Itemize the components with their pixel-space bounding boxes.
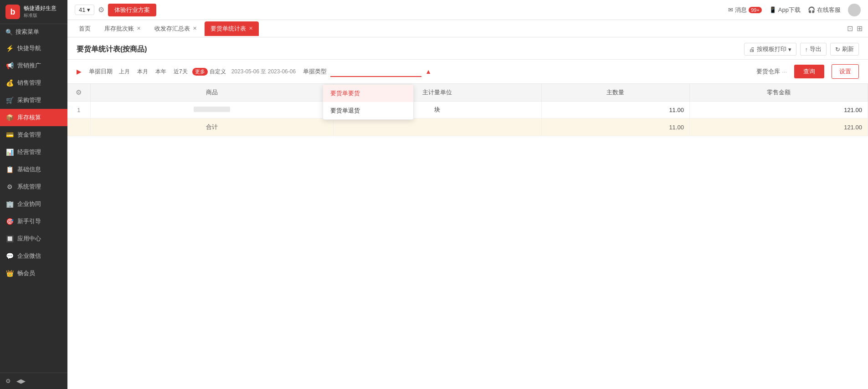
table-area: ⚙ 商品 主计量单位 主数量 零售金额 1 块	[67, 84, 868, 389]
sidebar-item-enterprise[interactable]: 🏢 企业协同	[0, 195, 67, 213]
settings-bottom-icon[interactable]: ⚙	[5, 378, 11, 384]
inventory-icon: 📦	[5, 113, 14, 122]
topbar-left: 41 ▾ ⚙ 体验行业方案	[75, 4, 156, 16]
print-chevron-icon: ▾	[788, 46, 791, 53]
messages-btn[interactable]: ✉ 消息 99+	[728, 6, 762, 14]
dropdown-item-1[interactable]: 要货单退货	[323, 102, 413, 119]
shortcut-icon: ⚡	[5, 44, 14, 52]
topbar-settings-icon[interactable]: ⚙	[98, 5, 104, 14]
sidebar-item-finance[interactable]: 💳 资金管理	[0, 126, 67, 143]
headset-icon: 🎧	[808, 6, 815, 13]
date-btn-custom[interactable]: 自定义	[210, 68, 226, 76]
marketing-icon: 📢	[5, 61, 14, 70]
appstore-icon: 🔲	[5, 235, 14, 243]
date-filter-label: 单据日期	[89, 67, 113, 76]
sidebar-item-shortcut[interactable]: ⚡ 快捷导航	[0, 40, 67, 57]
system-icon: ⚙	[5, 183, 14, 191]
collapse-btn[interactable]: ◀▶	[16, 378, 26, 384]
operations-icon: 📊	[5, 148, 14, 156]
sidebar-item-inventory[interactable]: 📦 库存核算	[0, 109, 67, 126]
table-row: 1 块 11.00 121.00	[67, 102, 868, 118]
table-settings-icon[interactable]: ⚙	[76, 88, 82, 96]
sidebar: b 畅捷通好生意 标准版 🔍 搜索菜单 ⚡ 快捷导航 📢 营销推广 💰 销售管理…	[0, 0, 67, 389]
trial-btn[interactable]: 体验行业方案	[108, 4, 156, 16]
close-tab-inventory-batch[interactable]: ✕	[137, 26, 141, 31]
online-service-btn[interactable]: 🎧 在线客服	[808, 6, 841, 14]
sidebar-item-sales[interactable]: 💰 销售管理	[0, 74, 67, 92]
sales-icon: 💰	[5, 79, 14, 87]
warehouse-filter-group: 要货仓库 ···	[756, 67, 787, 76]
page-actions: 🖨 按模板打印 ▾ ↑ 导出 ↻ 刷新	[744, 43, 859, 56]
page-content: 要货单统计表(按商品) 🖨 按模板打印 ▾ ↑ 导出 ↻ 刷新 ▶	[67, 37, 868, 389]
finance-icon: 💳	[5, 131, 14, 139]
search-icon: 🔍	[5, 29, 13, 36]
app-download-btn[interactable]: 📱 App下载	[769, 6, 801, 14]
sidebar-logo: b 畅捷通好生意 标准版	[0, 0, 67, 24]
page-header: 要货单统计表(按商品) 🖨 按模板打印 ▾ ↑ 导出 ↻ 刷新	[67, 37, 868, 60]
message-icon: ✉	[728, 6, 733, 13]
sidebar-item-purchase[interactable]: 🛒 采购管理	[0, 92, 67, 109]
tab-order-stats[interactable]: 要货单统计表 ✕	[205, 21, 259, 36]
type-filter-input[interactable]	[330, 67, 421, 77]
date-filter-group: 单据日期 上月 本月 本年 近7天 更多 自定义 2023-05-06 至 20…	[89, 67, 296, 77]
date-btn-this-month[interactable]: 本月	[134, 67, 151, 77]
phone-icon: 📱	[769, 6, 776, 13]
chevron-down-icon: ▾	[87, 6, 90, 13]
wechat-icon: 💬	[5, 252, 14, 260]
date-btn-this-year[interactable]: 本年	[153, 67, 169, 77]
footer-empty2	[333, 118, 541, 136]
sidebar-item-basics[interactable]: 📋 基础信息	[0, 161, 67, 178]
dropdown-item-0[interactable]: 要货单要货	[323, 85, 413, 102]
tab-minimize-icon[interactable]: ⊡	[847, 24, 853, 33]
date-btn-more[interactable]: 更多	[192, 68, 208, 76]
sidebar-bottom: ⚙ ◀▶	[0, 373, 67, 389]
sidebar-item-member[interactable]: 👑 畅会员	[0, 265, 67, 282]
store-selector[interactable]: 41 ▾	[75, 5, 94, 15]
col-amount: 零售金额	[689, 84, 868, 102]
filter-settings-btn[interactable]: 设置	[832, 64, 859, 79]
filter-expand-btn[interactable]: ▶	[77, 68, 82, 75]
tab-inventory-batch[interactable]: 库存批次账 ✕	[98, 21, 147, 36]
user-avatar[interactable]	[848, 4, 861, 16]
sidebar-search[interactable]: 🔍 搜索菜单	[0, 24, 67, 40]
refresh-btn[interactable]: ↻ 刷新	[830, 43, 859, 56]
tabs-bar: 首页 库存批次账 ✕ 收发存汇总表 ✕ 要货单统计表 ✕ ⊡ ⊞	[67, 20, 868, 37]
tab-home[interactable]: 首页	[73, 21, 97, 36]
sidebar-item-system[interactable]: ⚙ 系统管理	[0, 178, 67, 195]
footer-amount: 121.00	[689, 118, 868, 136]
close-tab-summary[interactable]: ✕	[193, 26, 197, 31]
export-icon: ↑	[805, 46, 808, 53]
sidebar-item-guide[interactable]: 🎯 新手引导	[0, 213, 67, 230]
type-filter-group: 单据类型 ▲	[303, 67, 431, 77]
tab-expand-icon[interactable]: ⊞	[857, 24, 863, 33]
product-placeholder	[194, 107, 230, 112]
date-btn-last-month[interactable]: 上月	[116, 67, 133, 77]
sidebar-item-appstore[interactable]: 🔲 应用中心	[0, 230, 67, 247]
row-qty: 11.00	[541, 102, 689, 118]
row-amount: 121.00	[689, 102, 868, 118]
sidebar-item-wechat[interactable]: 💬 企业微信	[0, 247, 67, 265]
row-product	[90, 102, 333, 118]
col-settings[interactable]: ⚙	[67, 84, 90, 102]
warehouse-more-icon[interactable]: ···	[782, 68, 787, 75]
topbar: 41 ▾ ⚙ 体验行业方案 ✉ 消息 99+ 📱 App下载 🎧 在线客服	[67, 0, 868, 20]
date-shortcuts: 上月 本月 本年 近7天 更多 自定义	[116, 67, 226, 77]
sidebar-item-marketing[interactable]: 📢 营销推广	[0, 57, 67, 74]
close-tab-order-stats[interactable]: ✕	[249, 26, 253, 31]
footer-empty1	[67, 118, 90, 136]
enterprise-icon: 🏢	[5, 200, 14, 208]
export-btn[interactable]: ↑ 导出	[800, 43, 827, 56]
printer-icon: 🖨	[749, 46, 755, 53]
row-num: 1	[67, 102, 90, 118]
col-qty: 主数量	[541, 84, 689, 102]
query-btn[interactable]: 查询	[794, 65, 824, 78]
sidebar-item-operations[interactable]: 📊 经营管理	[0, 143, 67, 161]
date-btn-7days[interactable]: 近7天	[171, 67, 190, 77]
member-icon: 👑	[5, 269, 14, 277]
filter-bar: ▶ 单据日期 上月 本月 本年 近7天 更多 自定义 2023-05-06 至 …	[67, 60, 868, 84]
tab-summary[interactable]: 收发存汇总表 ✕	[149, 21, 203, 36]
print-btn[interactable]: 🖨 按模板打印 ▾	[744, 43, 796, 56]
type-dropdown-arrow[interactable]: ▲	[425, 68, 431, 75]
date-range-display: 2023-05-06 至 2023-06-06	[231, 68, 296, 76]
topbar-right: ✉ 消息 99+ 📱 App下载 🎧 在线客服	[728, 4, 861, 16]
